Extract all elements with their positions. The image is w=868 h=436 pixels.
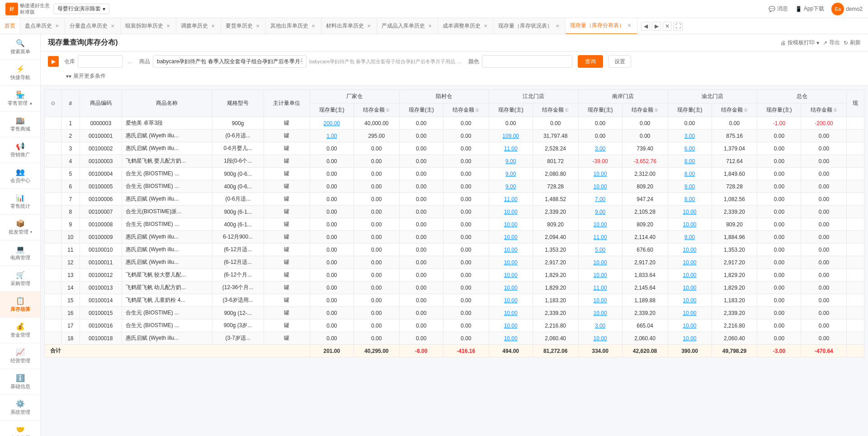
product-input[interactable] [153,55,307,68]
refresh-btn[interactable]: ↻ 刷新 [844,39,861,47]
app-download-btn[interactable]: 📱 App下载 [795,5,824,13]
qty-link[interactable]: 200.00 [323,120,340,127]
tab-xiancunliang-kuanggkuang[interactable]: 现存量（库存状况表） ✕ [494,18,566,34]
tab-close-icon[interactable]: ✕ [427,23,433,29]
tab-cailiao[interactable]: 材料出库单历史 ✕ [321,18,377,34]
qty-link[interactable]: 9.00 [505,171,516,177]
sidebar-item-purchase[interactable]: 🛒 采购管理 [0,266,40,292]
sidebar-item-system[interactable]: ⚙️ 系统管理 [0,395,40,421]
tabs-prev-btn[interactable]: ◀ [641,22,650,31]
qty-link[interactable]: 10.00 [594,310,607,316]
tab-pandian[interactable]: 盘点单历史 ✕ [20,18,65,34]
tab-xiancunliang-fenbiao[interactable]: 现存量（库存分布表） ✕ [566,18,637,34]
qty-link[interactable]: 9.00 [684,234,695,240]
qty-link[interactable]: 6.00 [684,145,695,152]
sidebar-item-collab[interactable]: 🤝 企业协同 [0,421,40,436]
tabs-expand-btn[interactable]: ⛶ [674,22,683,31]
expand-conditions-btn[interactable]: ▾▾ 展开更多条件 [62,70,861,82]
sidebar-item-marketing[interactable]: 📢 营销推广 [0,137,40,163]
sidebar-item-basic[interactable]: ℹ️ 基础信息 [0,369,40,395]
qty-link[interactable]: 11.00 [504,145,518,152]
print-btn[interactable]: 🖨 按模板打印 ▾ [780,39,819,47]
tab-close-icon[interactable]: ✕ [210,23,216,29]
tab-close-icon[interactable]: ✕ [554,23,561,29]
sidebar-item-wholesale[interactable]: 📦 批发管理 ▾ [0,215,40,240]
table-settings-icon[interactable]: ⚙ [51,100,56,107]
qty-link[interactable]: 9.00 [505,158,516,164]
tab-close-icon[interactable]: ✕ [626,23,632,29]
qty-link[interactable]: 10.00 [504,323,518,329]
qty-link[interactable]: 10.00 [594,297,607,304]
tab-fenpandian[interactable]: 分量盘点单历史 ✕ [65,18,121,34]
sidebar-item-retail-mgmt[interactable]: 🏪 零售管理 ▲ [0,86,40,112]
qty-link[interactable]: 3.00 [595,323,605,329]
qty-link[interactable]: 10.00 [683,272,697,278]
qty-link[interactable]: 10.00 [504,247,518,253]
qty-link[interactable]: 10.00 [594,221,607,228]
sidebar-item-search[interactable]: 🔍 搜索英单 [0,34,40,60]
qty-link[interactable]: 3.00 [595,145,605,152]
sidebar-item-operations[interactable]: 📈 经营管理 [0,343,40,369]
qty-link[interactable]: 10.00 [504,335,518,342]
settings-button[interactable]: 设置 [609,55,631,68]
qty-link[interactable]: 1.00 [326,133,337,139]
qty-link[interactable]: 10.00 [594,259,607,266]
tab-close-icon[interactable]: ✕ [54,23,60,29]
qty-link[interactable]: 3.00 [684,133,695,139]
qty-link[interactable]: 10.00 [504,259,518,266]
tab-close-icon[interactable]: ✕ [366,23,372,29]
qty-link[interactable]: 8.00 [684,158,695,164]
message-btn[interactable]: 💬 消息 [769,5,788,13]
qty-link[interactable]: 10.00 [683,259,697,266]
qty-link[interactable]: 10.00 [683,221,697,228]
warehouse-input[interactable] [78,55,123,68]
sidebar-item-ecommerce[interactable]: 💻 电商管理 [0,240,40,266]
tab-close-icon[interactable]: ✕ [482,23,489,29]
qty-link[interactable]: 11.00 [504,196,518,202]
qty-link[interactable]: 10.00 [504,285,518,291]
qty-link[interactable]: 10.00 [504,234,518,240]
tab-close-icon[interactable]: ✕ [165,23,171,29]
qty-link[interactable]: 10.00 [683,323,697,329]
export-btn[interactable]: ↗ 导出 [823,39,840,47]
qty-link[interactable]: 10.00 [594,171,607,177]
qty-link[interactable]: 7.00 [595,196,605,202]
tab-close-icon[interactable]: ✕ [109,23,116,29]
qty-link[interactable]: 10.00 [594,272,607,278]
qty-link[interactable]: 10.00 [683,297,697,304]
tab-home[interactable]: 首页 [0,18,20,34]
filter-expand-btn[interactable]: ▶ [48,56,59,67]
qty-link[interactable]: 10.00 [504,272,518,278]
qty-link[interactable]: 10.00 [504,310,518,316]
info-icon[interactable]: ① [654,108,658,113]
query-button[interactable]: 查询 [578,55,603,68]
qty-link[interactable]: 10.00 [683,247,697,253]
sidebar-item-nav[interactable]: ⚡ 快捷导航 [0,60,40,86]
tab-chancheng[interactable]: 产成品入库单历史 ✕ [377,18,438,34]
tab-qitachuku[interactable]: 其他出库单历史 ✕ [266,18,321,34]
qty-link[interactable]: 11.00 [594,285,607,291]
qty-link[interactable]: 5.00 [595,247,605,253]
tab-yaohuo[interactable]: 要货单历史 ✕ [221,18,266,34]
info-icon[interactable]: ① [565,108,569,113]
qty-link[interactable]: 10.00 [683,285,697,291]
sidebar-item-inventory[interactable]: 📋 库存核算 [0,292,40,318]
qty-link[interactable]: 10.00 [504,297,518,304]
tab-close-icon[interactable]: ✕ [255,23,261,29]
tab-chengben[interactable]: 成本调整单历史 ✕ [438,18,494,34]
qty-link[interactable]: 10.00 [594,335,607,342]
color-input[interactable] [482,55,572,68]
qty-link[interactable]: 9.00 [595,209,605,215]
info-icon[interactable]: ① [744,108,748,113]
qty-link[interactable]: 9.00 [505,183,516,190]
qty-link[interactable]: 109.00 [502,133,519,139]
tab-zuzhuang[interactable]: 组装拆卸单历史 ✕ [121,18,176,34]
info-icon[interactable]: ① [475,108,479,113]
qty-link[interactable]: 10.00 [683,310,697,316]
tabs-close-btn[interactable]: ✕ [663,22,672,31]
qty-link[interactable]: 10.00 [594,183,607,190]
company-selector[interactable]: 母婴行业演示陈套 ▾ [53,4,109,14]
tab-diaobo[interactable]: 调拨单历史 ✕ [176,18,221,34]
qty-link[interactable]: 10.00 [504,209,518,215]
qty-link[interactable]: 10.00 [504,221,518,228]
